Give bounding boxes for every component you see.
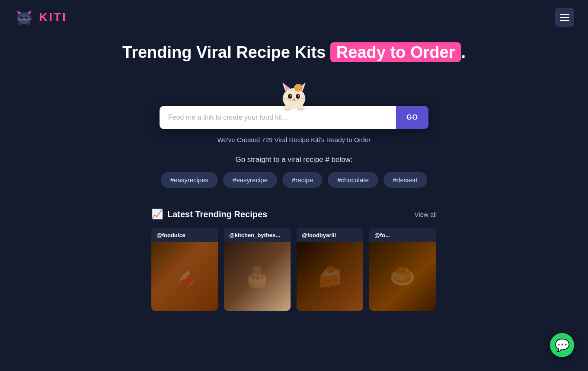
- mascot-cat-icon: [275, 75, 313, 114]
- subtitle-text: We've Created 729 Viral Recipe Kiti's Re…: [217, 136, 371, 143]
- svg-point-8: [22, 16, 22, 17]
- go-button[interactable]: GO: [396, 106, 428, 129]
- recipe-card-4[interactable]: @fo...: [369, 228, 436, 311]
- logo-area: KITI: [14, 7, 67, 28]
- tags-container: #easyrecipes #easyrecipe #recipe #chocol…: [161, 172, 428, 188]
- recipe-cards-container: @fooduice @kitchen_bythes... @foodbyarii…: [151, 228, 437, 311]
- svg-point-16: [27, 22, 31, 25]
- headline-highlight: Ready to Order: [330, 42, 461, 62]
- trend-arrow-icon: 📈: [151, 209, 163, 220]
- recipe-image-4: [369, 242, 436, 311]
- svg-point-10: [24, 19, 25, 20]
- whatsapp-fab[interactable]: 💬: [550, 333, 574, 357]
- recipe-handle-4: @fo...: [369, 228, 436, 242]
- svg-point-9: [27, 16, 28, 17]
- svg-point-6: [20, 16, 23, 19]
- tag-chocolate[interactable]: #chocolate: [328, 172, 378, 188]
- recipe-card-1[interactable]: @fooduice: [151, 228, 218, 311]
- svg-point-26: [298, 95, 299, 97]
- menu-line-3: [560, 20, 569, 21]
- recipe-handle-1: @fooduice: [151, 228, 218, 242]
- trending-section: 📈 Latest Trending Recipes View all @food…: [151, 209, 437, 311]
- svg-point-5: [18, 13, 30, 24]
- tag-dessert[interactable]: #dessert: [383, 172, 428, 188]
- recipe-image-3: [297, 242, 363, 311]
- logo-cat-icon: [14, 7, 35, 28]
- recipe-image-1: [151, 242, 218, 311]
- mascot-area: [275, 75, 313, 114]
- headline: Trending Viral Recipe Kits Ready to Orde…: [122, 43, 466, 62]
- main-content: Trending Viral Recipe Kits Ready to Orde…: [0, 35, 588, 328]
- recipe-handle-3: @foodbyariii: [297, 228, 363, 242]
- menu-line-2: [560, 17, 569, 18]
- viral-label: Go straight to a viral recipe # below:: [235, 155, 352, 164]
- recipe-image-2: [224, 242, 291, 311]
- logo-text: KITI: [39, 10, 67, 24]
- svg-point-23: [288, 94, 292, 99]
- header: KITI: [0, 0, 588, 35]
- tag-easyrecipes[interactable]: #easyrecipes: [161, 172, 218, 188]
- recipe-card-2[interactable]: @kitchen_bythes...: [224, 228, 291, 311]
- svg-point-7: [26, 16, 28, 19]
- trending-title: Latest Trending Recipes: [167, 209, 267, 219]
- svg-point-27: [293, 98, 295, 100]
- svg-point-25: [290, 95, 291, 97]
- tag-easyrecipe[interactable]: #easyrecipe: [223, 172, 277, 188]
- svg-point-24: [296, 94, 300, 99]
- recipe-card-3[interactable]: @foodbyariii: [297, 228, 363, 311]
- recipe-handle-2: @kitchen_bythes...: [224, 228, 291, 242]
- view-all-link[interactable]: View all: [415, 211, 437, 218]
- menu-line-1: [560, 14, 569, 15]
- trending-header: 📈 Latest Trending Recipes View all: [151, 209, 437, 220]
- svg-point-39: [301, 108, 304, 110]
- trending-title-area: 📈 Latest Trending Recipes: [151, 209, 267, 220]
- menu-button[interactable]: [555, 8, 574, 27]
- svg-point-22: [294, 84, 303, 92]
- whatsapp-icon: 💬: [555, 338, 570, 352]
- svg-point-15: [18, 22, 21, 25]
- tag-recipe[interactable]: #recipe: [282, 172, 323, 188]
- svg-point-36: [288, 108, 291, 110]
